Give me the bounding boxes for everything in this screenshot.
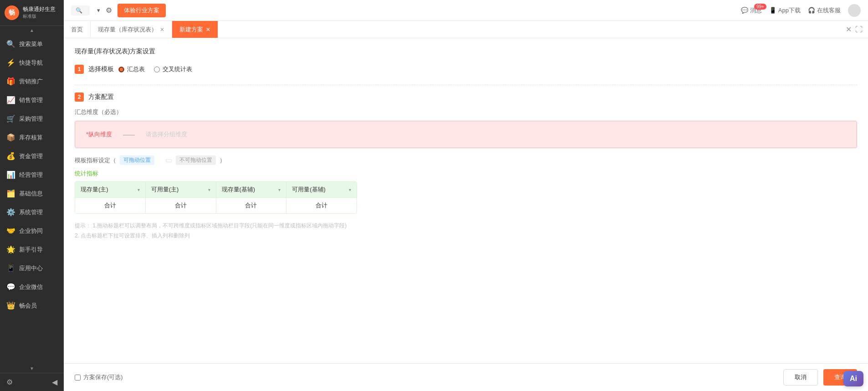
sidebar-item-quick-nav[interactable]: ⚡ 快捷导航 <box>0 53 64 72</box>
tab-new-plan[interactable]: 新建方案 ✕ <box>172 21 218 38</box>
radio-summary[interactable]: 汇总表 <box>118 65 145 73</box>
sidebar-item-marketing[interactable]: 🎁 营销推广 <box>0 72 64 91</box>
chevron-down-icon-2[interactable]: ▾ <box>278 187 281 192</box>
message-badge: 99+ <box>754 4 766 10</box>
radio-cross-input[interactable] <box>154 67 160 72</box>
radio-cross[interactable]: 交叉统计表 <box>154 65 192 73</box>
app-name: 畅康通好生意 <box>23 6 56 13</box>
step2-title: 方案配置 <box>88 93 114 101</box>
stats-col-0[interactable]: 现存量(主) ▾ <box>75 182 146 197</box>
sidebar-item-member[interactable]: 👑 畅会员 <box>0 296 64 315</box>
corp-icon: 🤝 <box>6 226 15 235</box>
chevron-down-icon-3[interactable]: ▾ <box>349 187 351 192</box>
non-draggable-badge: 不可拖动位置 <box>176 155 216 165</box>
step1-header: 1 选择模板 汇总表 交叉统计表 <box>75 65 857 74</box>
message-icon: 💬 <box>741 7 748 14</box>
sidebar-item-basic[interactable]: 🗂️ 基础信息 <box>0 184 64 203</box>
tab-close-icon[interactable]: ✕ <box>206 26 210 33</box>
headset-icon: 🎧 <box>808 7 815 14</box>
stats-col-3[interactable]: 可用量(基辅) ▾ <box>286 182 357 197</box>
non-draggable-icon: ▭ <box>165 156 172 165</box>
sidebar-item-label: 营销推广 <box>19 77 43 86</box>
stats-col-1[interactable]: 可用量(主) ▾ <box>146 182 216 197</box>
step2-section: 2 方案配置 汇总维度（必选） *纵向维度 —— 请选择分组维度 模板指标设定（… <box>75 93 857 241</box>
step-divider <box>75 85 857 85</box>
chevron-down-icon-1[interactable]: ▾ <box>208 187 210 192</box>
app-name-block: 畅康通好生意 标准版 <box>23 6 56 20</box>
gear-icon[interactable]: ⚙ <box>106 6 112 15</box>
tab-home[interactable]: 首页 <box>64 21 91 38</box>
stats-data-row: 合计 合计 合计 合计 <box>75 197 357 213</box>
industry-button[interactable]: 体验行业方案 <box>117 4 166 17</box>
system-icon: ⚙️ <box>6 208 15 216</box>
sidebar-item-label: 基础信息 <box>19 190 43 198</box>
newbie-icon: 🌟 <box>6 245 15 254</box>
sidebar-scroll-up[interactable]: ▲ <box>0 26 64 35</box>
sidebar-item-newbie[interactable]: 🌟 新手引导 <box>0 240 64 259</box>
header-dropdown[interactable]: ▾ <box>95 7 100 14</box>
indicator-close-label: ） <box>220 156 225 165</box>
sidebar-scroll-down[interactable]: ▼ <box>0 364 64 373</box>
step2-header: 2 方案配置 <box>75 93 857 102</box>
chevron-down-icon-0[interactable]: ▾ <box>138 187 140 192</box>
sidebar-item-finance[interactable]: 💰 资金管理 <box>0 147 64 165</box>
collapse-icon[interactable]: ◀ <box>52 378 57 386</box>
page-body: 现存量(库存状况表)方案设置 1 选择模板 汇总表 交叉统计表 <box>64 38 868 363</box>
dimension-placeholder[interactable]: 请选择分组维度 <box>146 130 187 139</box>
stats-col-2[interactable]: 现存量(基辅) ▾ <box>216 182 287 197</box>
settings-icon[interactable]: ⚙ <box>6 378 13 386</box>
tab-inventory-status[interactable]: 现存量（库存状况表） ✕ <box>91 21 172 38</box>
sidebar-item-label: 搜索菜单 <box>19 40 43 48</box>
col-label-0: 现存量(主) <box>81 185 108 194</box>
sidebar-item-operation[interactable]: 📊 经营管理 <box>0 165 64 184</box>
sidebar-item-weixin[interactable]: 💬 企业微信 <box>0 278 64 296</box>
dimension-warning-box: *纵向维度 —— 请选择分组维度 <box>75 121 857 148</box>
sidebar-item-label: 快捷导航 <box>19 59 43 67</box>
stats-cell-1: 合计 <box>146 198 216 213</box>
tip-1: 提示： 1.拖动标题栏可以调整布局，不可跨维度或指标区域拖动栏目字段(只能在同一… <box>75 221 857 231</box>
message-button[interactable]: 💬 消息 99+ <box>741 6 762 15</box>
radio-cross-label: 交叉统计表 <box>163 65 192 73</box>
header-search[interactable]: 🔍 <box>71 5 90 15</box>
ai-badge[interactable]: Ai <box>843 371 863 386</box>
sidebar-item-inventory[interactable]: 📦 库存核算 <box>0 128 64 147</box>
cancel-button[interactable]: 取消 <box>783 369 818 386</box>
top-header: 🔍 ▾ ⚙ 体验行业方案 💬 消息 99+ 📱 App下载 🎧 在线客服 <box>64 0 868 21</box>
avatar[interactable] <box>848 4 861 17</box>
operation-icon: 📊 <box>6 170 15 179</box>
app-download-button[interactable]: 📱 App下载 <box>769 6 801 15</box>
chevron-down-icon: ▾ <box>97 7 100 14</box>
phone-icon: 📱 <box>769 7 776 14</box>
sidebar-item-label: 应用中心 <box>19 264 43 273</box>
sidebar-item-apps[interactable]: 📱 应用中心 <box>0 259 64 278</box>
finance-icon: 💰 <box>6 152 15 160</box>
purchase-icon: 🛒 <box>6 114 15 123</box>
col-label-2: 现存量(基辅) <box>222 185 255 194</box>
radio-summary-input[interactable] <box>118 67 124 72</box>
dialog-close-icon[interactable]: ✕ <box>846 25 852 34</box>
basic-icon: 🗂️ <box>6 189 15 198</box>
quick-nav-icon: ⚡ <box>6 58 15 67</box>
indicator-settings-row: 模板指标设定（ 可拖动位置 ▭ 不可拖动位置 ） <box>75 155 857 165</box>
sidebar-item-system[interactable]: ⚙️ 系统管理 <box>0 203 64 221</box>
tips-section: 提示： 1.拖动标题栏可以调整布局，不可跨维度或指标区域拖动栏目字段(只能在同一… <box>75 221 857 241</box>
sidebar-item-search[interactable]: 🔍 搜索菜单 <box>0 35 64 53</box>
expand-icon[interactable]: ⛶ <box>855 26 863 34</box>
draggable-badge: 可拖动位置 <box>120 155 154 165</box>
sidebar-item-label: 资金管理 <box>19 152 43 160</box>
sidebar-item-purchase[interactable]: 🛒 采购管理 <box>0 109 64 128</box>
online-service-button[interactable]: 🎧 在线客服 <box>808 6 841 15</box>
search-icon: 🔍 <box>6 40 15 48</box>
sidebar: 畅 畅康通好生意 标准版 ▲ 🔍 搜索菜单 ⚡ 快捷导航 🎁 营销推广 📈 销售… <box>0 0 64 391</box>
save-option[interactable]: 方案保存(可选) <box>75 373 123 381</box>
sidebar-item-corp[interactable]: 🤝 企业协同 <box>0 221 64 240</box>
save-checkbox[interactable] <box>75 375 81 381</box>
tabs-bar: 首页 现存量（库存状况表） ✕ 新建方案 ✕ ✕ ⛶ <box>64 21 868 38</box>
sidebar-item-sales[interactable]: 📈 销售管理 <box>0 91 64 109</box>
tab-close-icon[interactable]: ✕ <box>160 26 164 33</box>
search-icon: 🔍 <box>76 7 82 14</box>
stats-table: 现存量(主) ▾ 可用量(主) ▾ 现存量(基辅) ▾ <box>75 181 357 214</box>
stats-cell-2: 合计 <box>216 198 287 213</box>
step1-num: 1 <box>75 65 84 74</box>
tab-label: 新建方案 <box>179 26 203 34</box>
